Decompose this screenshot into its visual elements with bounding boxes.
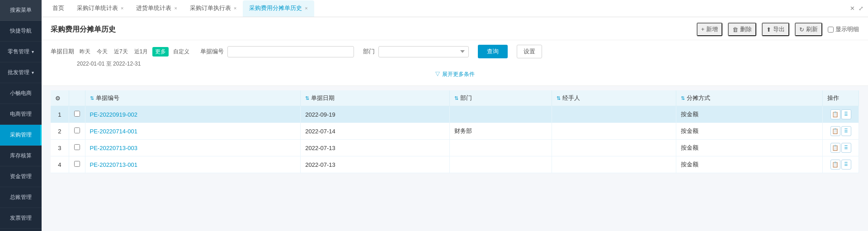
settings-button[interactable]: 设置 — [517, 45, 542, 58]
sidebar-item-ecommerce[interactable]: 电商管理 — [0, 104, 42, 125]
table-area: ⚙ ⇅单据编号 ⇅单据日期 ⇅部门 ⇅经手人 ⇅分摊方式 操作 1PE-2022… — [42, 86, 868, 231]
more-icon[interactable]: ⠿ — [841, 109, 851, 119]
sidebar-item-wholesale[interactable]: 批发管理 ▾ — [0, 62, 42, 83]
tab-close-icon[interactable]: × — [174, 5, 177, 11]
page-header: 采购费用分摊单历史 + 新增 🗑 删除 ⬆ 导出 ↻ 刷新 显示明细 — [42, 17, 868, 40]
tab-bar: 首页采购订单统计表×进货单统计表×采购订单执行表×采购费用分摊单历史× ✕ ⤢ — [42, 0, 868, 17]
cell-order-date: 2022-07-13 — [301, 140, 450, 156]
cell-checkbox[interactable] — [69, 140, 85, 156]
tab-close-icon[interactable]: × — [121, 5, 123, 11]
dept-select[interactable] — [378, 46, 469, 57]
sidebar-item-accounting[interactable]: 总账管理 — [0, 187, 42, 208]
cell-split-method: 按金额 — [676, 156, 822, 173]
date-opt-custom[interactable]: 自定义 — [171, 47, 191, 57]
tab-purchase-order-stats[interactable]: 采购订单统计表× — [71, 0, 130, 17]
chevron-down-icon: ▾ — [30, 49, 34, 54]
more-icon[interactable]: ⠿ — [841, 160, 851, 170]
cell-checkbox[interactable] — [69, 156, 85, 173]
sidebar-item-search[interactable]: 搜索菜单 — [0, 0, 42, 21]
edit-icon[interactable]: 📋 — [830, 109, 840, 119]
main-area: 首页采购订单统计表×进货单统计表×采购订单执行表×采购费用分摊单历史× ✕ ⤢ … — [42, 0, 868, 231]
show-detail-checkbox[interactable]: 显示明细 — [828, 25, 859, 33]
tab-label: 进货单统计表 — [136, 4, 171, 12]
th-order-num[interactable]: ⇅单据编号 — [85, 90, 301, 106]
order-num-link[interactable]: PE-20220713-001 — [90, 161, 138, 168]
cell-order-date: 2022-07-14 — [301, 123, 450, 140]
edit-icon[interactable]: 📋 — [830, 160, 840, 170]
cell-order-num[interactable]: PE-20220714-001 — [85, 123, 301, 140]
header-actions: + 新增 🗑 删除 ⬆ 导出 ↻ 刷新 显示明细 — [697, 23, 859, 36]
sidebar-item-finance[interactable]: 资金管理 — [0, 166, 42, 187]
cell-split-method: 按金额 — [676, 106, 822, 123]
cell-order-num[interactable]: PE-20220713-001 — [85, 156, 301, 173]
date-opt-today[interactable]: 今天 — [95, 47, 109, 57]
date-opt-7days[interactable]: 近7天 — [112, 47, 130, 57]
order-num-link[interactable]: PE-20220714-001 — [90, 128, 138, 135]
th-order-date[interactable]: ⇅单据日期 — [301, 90, 450, 106]
expand-more-button[interactable]: ▽ 展开更多条件 — [51, 68, 859, 81]
tab-label: 首页 — [52, 4, 64, 12]
sidebar-item-retail[interactable]: 零售管理 ▾ — [0, 42, 42, 62]
sidebar-item-quick-nav[interactable]: 快捷导航 — [0, 21, 42, 42]
dept-filter-group: 部门 — [363, 46, 469, 57]
edit-icon[interactable]: 📋 — [830, 143, 840, 153]
maximize-window-icon[interactable]: ⤢ — [859, 5, 863, 12]
more-icon[interactable]: ⠿ — [841, 143, 851, 153]
page-content: 采购费用分摊单历史 + 新增 🗑 删除 ⬆ 导出 ↻ 刷新 显示明细 单据日期 … — [42, 17, 868, 231]
th-split-method[interactable]: ⇅分摊方式 — [676, 90, 822, 106]
cell-order-date: 2022-09-19 — [301, 106, 450, 123]
cell-order-date: 2022-07-13 — [301, 156, 450, 173]
refresh-button[interactable]: ↻ 刷新 — [795, 23, 822, 36]
cell-handler — [552, 156, 676, 173]
tab-home[interactable]: 首页 — [46, 0, 71, 17]
cell-actions: 📋⠿ — [823, 106, 859, 123]
cell-order-num[interactable]: PE-20220713-003 — [85, 140, 301, 156]
cell-checkbox[interactable] — [69, 106, 85, 123]
order-num-link[interactable]: PE-20220713-003 — [90, 145, 138, 151]
sidebar-item-purchase[interactable]: 采购管理 — [0, 125, 42, 146]
sidebar: 搜索菜单快捷导航零售管理 ▾批发管理 ▾小畅电商电商管理采购管理库存核算资金管理… — [0, 0, 42, 231]
th-dept[interactable]: ⇅部门 — [449, 90, 552, 106]
more-icon[interactable]: ⠿ — [841, 126, 851, 136]
export-button[interactable]: ⬆ 导出 — [762, 23, 789, 36]
close-window-icon[interactable]: ✕ — [850, 5, 855, 12]
query-button[interactable]: 查询 — [478, 45, 508, 58]
cell-checkbox[interactable] — [69, 123, 85, 140]
order-num-input[interactable] — [227, 46, 354, 57]
sidebar-item-invoice[interactable]: 发票管理 — [0, 208, 42, 229]
tab-purchase-cost-history[interactable]: 采购费用分摊单历史× — [243, 0, 314, 17]
cell-handler — [552, 123, 676, 140]
tab-purchase-order-exec[interactable]: 采购订单执行表× — [184, 0, 243, 17]
date-opt-yesterday[interactable]: 昨天 — [78, 47, 92, 57]
filter-area: 单据日期 昨天 今天 近7天 近1月 更多 自定义 单据编号 — [42, 40, 868, 86]
sidebar-item-small-shop[interactable]: 小畅电商 — [0, 83, 42, 104]
order-num-link[interactable]: PE-20220919-002 — [90, 111, 138, 118]
cell-seq: 2 — [51, 123, 69, 140]
sidebar-item-inventory[interactable]: 库存核算 — [0, 146, 42, 166]
cell-dept — [449, 156, 552, 173]
date-opt-1month[interactable]: 近1月 — [132, 47, 150, 57]
tab-close-icon[interactable]: × — [234, 5, 236, 11]
add-button[interactable]: + 新增 — [697, 23, 722, 36]
filter-row: 单据日期 昨天 今天 近7天 近1月 更多 自定义 单据编号 — [51, 45, 859, 58]
th-handler[interactable]: ⇅经手人 — [552, 90, 676, 106]
th-setting[interactable]: ⚙ — [51, 90, 69, 106]
cell-seq: 3 — [51, 140, 69, 156]
cell-actions: 📋⠿ — [823, 140, 859, 156]
cell-split-method: 按金额 — [676, 140, 822, 156]
edit-icon[interactable]: 📋 — [830, 126, 840, 136]
tab-close-icon[interactable]: × — [305, 5, 307, 11]
cell-seq: 4 — [51, 156, 69, 173]
data-table: ⚙ ⇅单据编号 ⇅单据日期 ⇅部门 ⇅经手人 ⇅分摊方式 操作 1PE-2022… — [51, 90, 859, 173]
table-header: ⚙ ⇅单据编号 ⇅单据日期 ⇅部门 ⇅经手人 ⇅分摊方式 操作 — [51, 90, 859, 106]
date-opt-more[interactable]: 更多 — [152, 47, 169, 57]
chevron-down-icon: ▾ — [30, 70, 34, 75]
delete-button[interactable]: 🗑 删除 — [728, 23, 756, 36]
order-num-filter-group: 单据编号 — [200, 46, 354, 57]
tab-goods-stats[interactable]: 进货单统计表× — [130, 0, 183, 17]
date-range-display: 2022-01-01 至 2022-12-31 — [77, 61, 141, 67]
table-body: 1PE-20220919-0022022-09-19按金额📋⠿2PE-20220… — [51, 106, 859, 173]
page-title: 采购费用分摊单历史 — [51, 25, 116, 34]
cell-order-num[interactable]: PE-20220919-002 — [85, 106, 301, 123]
cell-actions: 📋⠿ — [823, 156, 859, 173]
